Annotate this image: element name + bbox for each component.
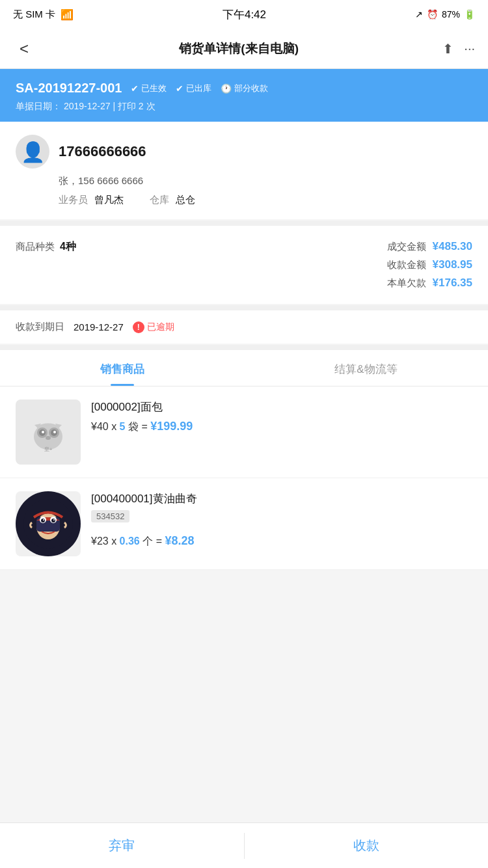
- summary-section: 商品种类 4种 成交金额 ¥485.30 收款金额 ¥308.95 本单欠款 ¥…: [0, 226, 488, 304]
- customer-info: 张，156 6666 6666: [16, 175, 472, 187]
- nav-bar: < 销货单详情(来自电脑) ⬆ ···: [0, 29, 488, 69]
- product-image-2: [16, 491, 81, 556]
- ninja-mascot-icon: [22, 498, 74, 550]
- product-quantity-1: 5: [120, 421, 126, 432]
- print-label: | 打印: [113, 101, 136, 111]
- overdue-label: 已逾期: [147, 321, 174, 333]
- warehouse-row: 仓库 总仓: [150, 194, 195, 206]
- status-bar: 无 SIM 卡 📶 下午4:42 ↗ ⏰ 87% 🔋: [0, 0, 488, 29]
- print-count: 2: [139, 101, 144, 111]
- date-label: 单据日期：: [16, 101, 61, 111]
- due-date-section: 收款到期日 2019-12-27 ! 已逾期: [0, 310, 488, 344]
- clock-icon: 🕐: [221, 83, 232, 94]
- product-unit-2: 个: [142, 536, 153, 547]
- bottom-action-bar: 弃审 收款: [0, 822, 488, 868]
- check-icon-2: ✔: [176, 83, 183, 94]
- share-icon[interactable]: ⬆: [442, 41, 454, 57]
- customer-meta: 业务员 曾凡杰 仓库 总仓: [16, 194, 472, 206]
- back-button[interactable]: <: [13, 33, 35, 64]
- arrears-label: 本单欠款: [387, 277, 426, 290]
- product-total-1: ¥199.99: [150, 420, 193, 433]
- product-name-2: [000400001]黄油曲奇: [91, 491, 472, 506]
- status-bar-right: ↗ ⏰ 87% 🔋: [415, 9, 475, 20]
- nav-actions: ⬆ ···: [442, 41, 475, 57]
- received-amount-label: 收款金额: [387, 259, 426, 271]
- svg-point-16: [43, 519, 44, 521]
- tabs-section: 销售商品 结算&物流等: [0, 350, 488, 387]
- warehouse-value: 总仓: [176, 194, 195, 205]
- due-date-label: 收款到期日: [16, 321, 64, 333]
- product-name-1: [0000002]面包: [91, 400, 472, 414]
- arrears-row: 本单欠款 ¥176.35: [387, 277, 472, 290]
- tab-settlement[interactable]: 结算&物流等: [244, 350, 488, 386]
- product-types-value: 4种: [60, 240, 76, 254]
- customer-phone: 17666666666: [59, 143, 146, 160]
- badge-shipped: ✔ 已出库: [176, 83, 211, 94]
- order-id: SA-20191227-001: [16, 81, 122, 96]
- svg-point-6: [53, 431, 56, 433]
- product-info-2: [000400001]黄油曲奇 534532 ¥23 x 0.36 个 = ¥8…: [91, 491, 472, 549]
- product-item-2: [000400001]黄油曲奇 534532 ¥23 x 0.36 个 = ¥8…: [0, 478, 488, 570]
- summary-right: 成交金额 ¥485.30 收款金额 ¥308.95 本单欠款 ¥176.35: [387, 240, 472, 290]
- salesperson-row: 业务员 曾凡杰: [59, 194, 124, 206]
- payment-button[interactable]: 收款: [245, 823, 489, 868]
- svg-point-15: [51, 519, 55, 522]
- divider-2: [0, 305, 488, 310]
- warehouse-label: 仓库: [150, 194, 169, 205]
- divider-3: [0, 345, 488, 350]
- deal-amount-label: 成交金额: [387, 241, 426, 253]
- svg-point-7: [46, 436, 51, 440]
- product-quantity-2: 0.36: [120, 536, 140, 547]
- tab-settlement-label: 结算&物流等: [334, 363, 397, 375]
- product-unit-1: 袋: [128, 421, 139, 432]
- divider-1: [0, 221, 488, 226]
- header-banner: SA-20191227-001 ✔ 已生效 ✔ 已出库 🕐 部分收款 单据日期：…: [0, 69, 488, 122]
- location-icon: ↗: [415, 9, 423, 20]
- product-price-row-2: ¥23 x 0.36 个 = ¥8.28: [91, 534, 472, 549]
- received-amount-value: ¥308.95: [433, 258, 472, 271]
- wifi-icon: 📶: [61, 8, 74, 21]
- status-bar-left: 无 SIM 卡 📶: [13, 8, 74, 21]
- header-top-row: SA-20191227-001 ✔ 已生效 ✔ 已出库 🕐 部分收款: [16, 81, 472, 96]
- alarm-icon: ⏰: [427, 9, 438, 20]
- more-icon[interactable]: ···: [464, 41, 475, 56]
- product-price-2: ¥23: [91, 536, 109, 547]
- avatar: 👤: [16, 135, 49, 169]
- product-total-2: ¥8.28: [165, 534, 194, 547]
- product-x-2: x: [111, 536, 119, 547]
- cancel-review-button[interactable]: 弃审: [0, 823, 244, 868]
- order-date: 2019-12-27: [64, 101, 111, 111]
- due-date-value: 2019-12-27: [74, 321, 124, 332]
- product-sku-badge: 534532: [91, 510, 129, 522]
- product-item: 皇+ [0000002]面包 ¥40 x 5 袋 = ¥199.99: [0, 387, 488, 478]
- person-icon: 👤: [21, 141, 45, 163]
- badge-effective: ✔ 已生效: [131, 83, 167, 94]
- print-suffix: 次: [146, 101, 156, 111]
- overdue-icon: !: [133, 321, 144, 333]
- badge-partial-payment: 🕐 部分收款: [221, 83, 268, 94]
- carrier-label: 无 SIM 卡: [13, 8, 55, 21]
- product-equals-2: =: [156, 536, 165, 547]
- svg-text:皇+: 皇+: [44, 446, 53, 452]
- product-x-1: x: [111, 421, 119, 432]
- product-image-placeholder-1: 皇+: [16, 400, 81, 465]
- customer-row: 👤 17666666666: [16, 135, 472, 169]
- product-price-1: ¥40: [91, 421, 109, 432]
- nav-title: 销货单详情(来自电脑): [179, 40, 299, 57]
- svg-point-17: [53, 519, 55, 521]
- svg-point-14: [41, 519, 45, 522]
- product-info-1: [0000002]面包 ¥40 x 5 袋 = ¥199.99: [91, 400, 472, 434]
- salesperson-value: 曾凡杰: [94, 194, 124, 205]
- header-date-row: 单据日期： 2019-12-27 | 打印 2 次: [16, 101, 472, 113]
- tab-sales-products[interactable]: 销售商品: [0, 350, 244, 386]
- product-types-label: 商品种类: [16, 241, 55, 253]
- product-thumb-1: 皇+: [16, 400, 81, 465]
- status-bar-time: 下午4:42: [223, 7, 266, 22]
- customer-section: 👤 17666666666 张，156 6666 6666 业务员 曾凡杰 仓库…: [0, 122, 488, 219]
- check-icon-1: ✔: [131, 83, 139, 94]
- salesperson-label: 业务员: [59, 194, 88, 205]
- svg-point-5: [42, 431, 44, 433]
- summary-grid: 商品种类 4种 成交金额 ¥485.30 收款金额 ¥308.95 本单欠款 ¥…: [16, 240, 472, 290]
- bottom-spacer: [0, 570, 488, 622]
- product-thumb-2: [16, 491, 81, 556]
